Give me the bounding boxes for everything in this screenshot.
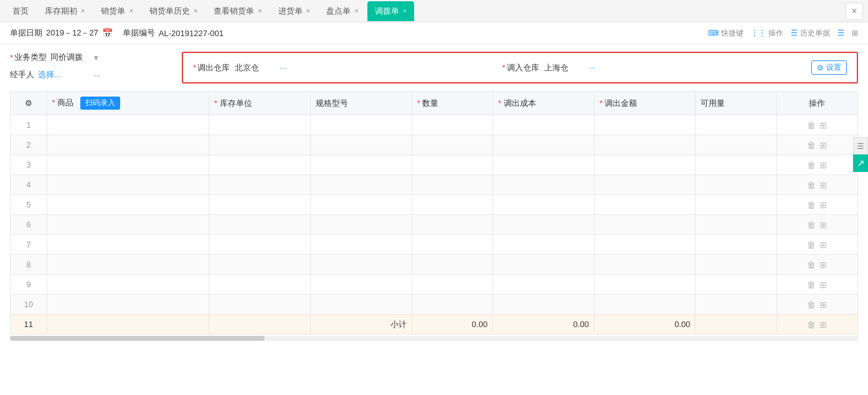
- tab-purchase-close[interactable]: ×: [306, 7, 310, 14]
- amount-cell-2[interactable]: [594, 135, 696, 155]
- tab-inventory-check[interactable]: 盘点单 ×: [319, 1, 366, 21]
- available-cell-3[interactable]: [696, 155, 776, 175]
- calendar-icon[interactable]: 📅: [102, 28, 113, 38]
- delete-icon-5[interactable]: 🗑: [807, 200, 816, 210]
- unit-cell-8[interactable]: [209, 255, 311, 275]
- tab-view-sales[interactable]: 查看销货单 ×: [206, 1, 269, 21]
- tab-transfer[interactable]: 调拨单 ×: [367, 1, 414, 21]
- scrollbar-thumb[interactable]: [10, 336, 265, 341]
- horizontal-scrollbar[interactable]: [10, 336, 858, 341]
- unit-cell-10[interactable]: [209, 295, 311, 315]
- handler-input[interactable]: 选择...: [38, 69, 88, 80]
- tab-sales-history-close[interactable]: ×: [194, 7, 197, 14]
- qty-cell-8[interactable]: [412, 255, 493, 275]
- unit-cell-4[interactable]: [209, 175, 311, 195]
- amount-cell-8[interactable]: [594, 255, 696, 275]
- qty-cell-2[interactable]: [412, 135, 493, 155]
- transfer-in-dots[interactable]: ···: [589, 63, 596, 72]
- qty-cell-9[interactable]: [412, 275, 493, 295]
- tab-home[interactable]: 首页: [5, 1, 36, 21]
- tab-sales-order-close[interactable]: ×: [129, 7, 133, 14]
- cost-cell-5[interactable]: [493, 195, 594, 215]
- shortcut-btn[interactable]: ⌨ 快捷键: [708, 28, 743, 39]
- right-tool-export[interactable]: ↗: [853, 155, 868, 172]
- cost-cell-2[interactable]: [493, 135, 594, 155]
- copy-icon-9[interactable]: ⊞: [819, 280, 827, 290]
- amount-cell-6[interactable]: [594, 215, 696, 235]
- cost-cell-4[interactable]: [493, 175, 594, 195]
- copy-icon-10[interactable]: ⊞: [819, 300, 827, 310]
- qty-cell-10[interactable]: [412, 295, 493, 315]
- amount-cell-10[interactable]: [594, 295, 696, 315]
- cost-cell-10[interactable]: [493, 295, 594, 315]
- tab-inventory-init[interactable]: 库存期初 ×: [37, 1, 92, 21]
- cost-cell-9[interactable]: [493, 275, 594, 295]
- delete-icon-1[interactable]: 🗑: [807, 120, 816, 130]
- spec-cell-7[interactable]: [310, 235, 412, 255]
- available-cell-6[interactable]: [696, 215, 776, 235]
- delete-icon-7[interactable]: 🗑: [807, 240, 816, 250]
- qty-cell-1[interactable]: [412, 115, 493, 135]
- copy-icon-1[interactable]: ⊞: [819, 120, 827, 130]
- unit-cell-6[interactable]: [209, 215, 311, 235]
- cost-cell-1[interactable]: [493, 115, 594, 135]
- operations-btn[interactable]: ⋮⋮ 操作: [751, 28, 783, 39]
- col-header-gear[interactable]: ⚙: [11, 92, 47, 115]
- copy-icon-5[interactable]: ⊞: [819, 200, 827, 210]
- unit-cell-5[interactable]: [209, 195, 311, 215]
- transfer-out-value[interactable]: 北京仓: [235, 62, 272, 74]
- transfer-in-value[interactable]: 上海仓: [544, 62, 582, 74]
- delete-icon-4[interactable]: 🗑: [807, 180, 816, 190]
- goods-cell-2[interactable]: [47, 135, 209, 155]
- tab-inventory-check-close[interactable]: ×: [354, 7, 358, 14]
- spec-cell-10[interactable]: [310, 295, 412, 315]
- available-cell-10[interactable]: [696, 295, 776, 315]
- delete-icon-9[interactable]: 🗑: [807, 280, 816, 290]
- available-cell-4[interactable]: [696, 175, 776, 195]
- unit-cell-7[interactable]: [209, 235, 311, 255]
- view-toggle-grid[interactable]: ⊞: [852, 29, 858, 37]
- cost-cell-8[interactable]: [493, 255, 594, 275]
- available-cell-9[interactable]: [696, 275, 776, 295]
- available-cell-5[interactable]: [696, 195, 776, 215]
- history-btn[interactable]: ☰ 历史单据: [791, 28, 830, 39]
- cost-cell-6[interactable]: [493, 215, 594, 235]
- unit-cell-1[interactable]: [209, 115, 311, 135]
- goods-cell-4[interactable]: [47, 175, 209, 195]
- tab-bar-close-btn[interactable]: ×: [846, 2, 863, 20]
- goods-cell-6[interactable]: [47, 215, 209, 235]
- business-type-dropdown-icon[interactable]: ▾: [94, 53, 98, 62]
- available-cell-1[interactable]: [696, 115, 776, 135]
- spec-cell-3[interactable]: [310, 155, 412, 175]
- spec-cell-1[interactable]: [310, 115, 412, 135]
- business-type-value[interactable]: 同价调拨: [50, 52, 88, 63]
- delete-icon-10[interactable]: 🗑: [807, 300, 816, 310]
- tab-view-sales-close[interactable]: ×: [258, 7, 262, 14]
- goods-cell-1[interactable]: [47, 115, 209, 135]
- qty-cell-4[interactable]: [412, 175, 493, 195]
- cost-cell-7[interactable]: [493, 235, 594, 255]
- amount-cell-5[interactable]: [594, 195, 696, 215]
- copy-icon-2[interactable]: ⊞: [819, 140, 827, 150]
- copy-icon-11[interactable]: ⊞: [819, 320, 827, 330]
- qty-cell-6[interactable]: [412, 215, 493, 235]
- amount-cell-3[interactable]: [594, 155, 696, 175]
- copy-icon-6[interactable]: ⊞: [819, 220, 827, 230]
- spec-cell-6[interactable]: [310, 215, 412, 235]
- goods-cell-5[interactable]: [47, 195, 209, 215]
- copy-icon-3[interactable]: ⊞: [819, 160, 827, 170]
- view-toggle-list[interactable]: ☰: [837, 29, 844, 37]
- copy-icon-8[interactable]: ⊞: [819, 260, 827, 270]
- cost-cell-3[interactable]: [493, 155, 594, 175]
- goods-cell-8[interactable]: [47, 255, 209, 275]
- tab-sales-history[interactable]: 销货单历史 ×: [142, 1, 205, 21]
- handler-dots[interactable]: ···: [94, 70, 101, 80]
- delete-icon-11[interactable]: 🗑: [807, 320, 816, 330]
- qty-cell-3[interactable]: [412, 155, 493, 175]
- amount-cell-7[interactable]: [594, 235, 696, 255]
- amount-cell-4[interactable]: [594, 175, 696, 195]
- unit-cell-3[interactable]: [209, 155, 311, 175]
- delete-icon-2[interactable]: 🗑: [807, 140, 816, 150]
- copy-icon-7[interactable]: ⊞: [819, 240, 827, 250]
- tab-inventory-init-close[interactable]: ×: [81, 7, 85, 14]
